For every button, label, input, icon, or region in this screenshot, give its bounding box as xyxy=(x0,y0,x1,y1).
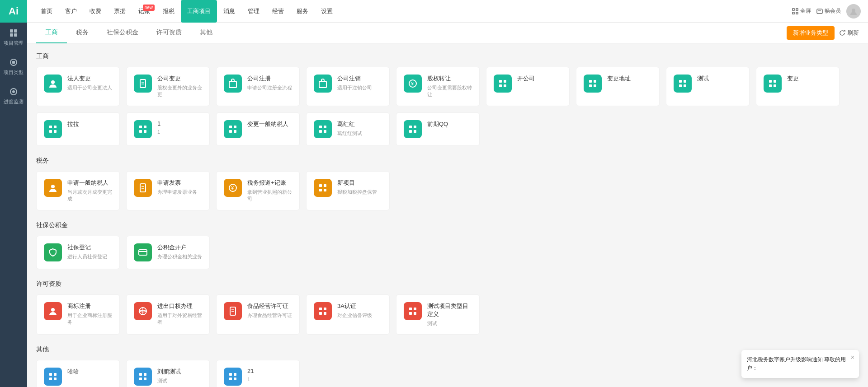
nav-tax[interactable]: 报税 xyxy=(156,0,181,23)
fullscreen-label: 全屏 xyxy=(800,7,811,15)
nav-bookkeeping[interactable]: 记账 new xyxy=(132,0,156,23)
card-tax-report-account[interactable]: ¥ 税务报道+记账 拿到营业执照的新公司 xyxy=(216,171,300,210)
svg-rect-11 xyxy=(796,12,798,14)
card-text-twenty-one: 21 1 xyxy=(247,368,292,383)
progress-monitor-icon xyxy=(9,87,19,97)
card-title-equity-transfer: 股权转让 xyxy=(427,75,472,83)
card-change[interactable]: 变更 xyxy=(756,67,840,106)
sidebar-item-project-manage[interactable]: 项目管理 xyxy=(0,23,27,52)
svg-point-14 xyxy=(852,9,855,12)
svg-rect-25 xyxy=(499,84,502,87)
card-liupeng-test[interactable]: 刘鹏测试 测试 xyxy=(126,360,210,387)
topnav: 首页 客户 收费 票据 记账 new 报税 工商项目 消息 管理 经营 服务 设… xyxy=(27,0,868,23)
svg-rect-12 xyxy=(817,9,822,14)
card-equity-transfer[interactable]: ¥ 股权转让 公司变更需要股权转让 xyxy=(396,67,480,106)
card-one[interactable]: 1 1 xyxy=(126,112,210,146)
card-3a-cert[interactable]: 3A认证 对企业信誉评级 xyxy=(306,294,390,335)
card-icon-food-license xyxy=(224,302,242,320)
refresh-label: 刷新 xyxy=(847,29,859,37)
nav-home[interactable]: 首页 xyxy=(34,0,59,23)
card-text-change-general: 变更一般纳税人 xyxy=(247,120,292,130)
nav-operation[interactable]: 经营 xyxy=(266,0,290,23)
nav-customer[interactable]: 客户 xyxy=(59,0,83,23)
topnav-right: 全屏 畅会员 xyxy=(792,4,861,19)
nav-billing[interactable]: 收费 xyxy=(83,0,108,23)
tab-social-fund[interactable]: 社保公积金 xyxy=(98,23,147,43)
card-company-cancel[interactable]: 公司注销 适用于注销公司 xyxy=(306,67,390,106)
card-desc-company-change: 股权变更外的业务变更 xyxy=(157,84,202,98)
card-fund-open[interactable]: 公积金开户 办理公积金相关业务 xyxy=(126,236,210,269)
svg-rect-84 xyxy=(414,312,416,315)
svg-rect-95 xyxy=(229,378,232,380)
card-apply-general[interactable]: 申请一般纳税人 当月或次月成变更完成 xyxy=(36,171,120,210)
social-cards-grid: 社保登记 进行人员社保登记 公积金开户 办理公积金相关业务 xyxy=(36,236,859,269)
card-legal-change[interactable]: 法人变更 适用于公司变更法人 xyxy=(36,67,120,106)
card-text-trademark: 商标注册 用于企业商标注册服务 xyxy=(67,302,112,326)
svg-rect-39 xyxy=(49,126,52,128)
member-btn[interactable]: 畅会员 xyxy=(816,7,841,15)
card-desc-company-register: 申请公司注册全流程 xyxy=(247,84,292,91)
card-lala[interactable]: 拉拉 xyxy=(36,112,120,146)
card-text-change-address: 变更地址 xyxy=(607,75,652,84)
other-cards-grid: 哈哈 刘鹏测试 测试 21 1 xyxy=(36,360,859,387)
card-qianqi-qq[interactable]: 前期QQ xyxy=(396,112,480,146)
card-haha[interactable]: 哈哈 xyxy=(36,360,120,387)
member-label: 畅会员 xyxy=(825,7,841,15)
refresh-button[interactable]: 刷新 xyxy=(839,29,859,37)
card-title-company-cancel: 公司注销 xyxy=(337,75,382,83)
card-change-general[interactable]: 变更一般纳税人 xyxy=(216,112,300,146)
card-twenty-one[interactable]: 21 1 xyxy=(216,360,300,387)
svg-rect-10 xyxy=(793,12,794,14)
nav-settings[interactable]: 设置 xyxy=(315,0,339,23)
card-icon-social-register xyxy=(44,243,62,261)
card-title-liupeng-test: 刘鹏测试 xyxy=(157,368,202,376)
card-icon-test-type xyxy=(404,302,422,320)
svg-rect-33 xyxy=(679,84,682,87)
card-food-license[interactable]: 食品经营许可证 办理食品经营许可证 xyxy=(216,294,300,335)
card-gehonghong[interactable]: 葛红红 葛红红测试 xyxy=(306,112,390,146)
svg-rect-60 xyxy=(140,184,146,192)
sidebar-item-progress-monitor[interactable]: 进度监测 xyxy=(0,81,27,111)
svg-rect-80 xyxy=(324,312,326,315)
card-new-project[interactable]: 新项目 报税加税控盘保管 xyxy=(306,171,390,210)
card-change-address[interactable]: 变更地址 xyxy=(576,67,660,106)
svg-rect-83 xyxy=(409,312,412,315)
card-desc-new-project: 报税加税控盘保管 xyxy=(337,189,382,196)
card-title-food-license: 食品经营许可证 xyxy=(247,302,292,310)
card-icon-twenty-one xyxy=(224,368,242,386)
card-apply-invoice[interactable]: 申请发票 办理申请发票业务 xyxy=(126,171,210,210)
notification-close-button[interactable]: × xyxy=(851,354,854,361)
tab-license[interactable]: 许可资质 xyxy=(147,23,191,43)
card-title-change-general: 变更一般纳税人 xyxy=(247,120,292,128)
tab-other[interactable]: 其他 xyxy=(191,23,222,43)
card-test-type[interactable]: 测试项目类型目定义 测试 xyxy=(396,294,480,335)
fullscreen-btn[interactable]: 全屏 xyxy=(792,7,811,15)
svg-rect-53 xyxy=(319,130,322,133)
card-company-change[interactable]: 公司变更 股权变更外的业务变更 xyxy=(126,67,210,106)
card-company-register[interactable]: 公司注册 申请公司注册全流程 xyxy=(216,67,300,106)
svg-rect-37 xyxy=(769,84,772,87)
sidebar-item-project-type[interactable]: 项目类型 xyxy=(0,52,27,81)
nav-message[interactable]: 消息 xyxy=(217,0,241,23)
card-title-3a-cert: 3A认证 xyxy=(337,302,382,310)
new-type-button[interactable]: 新增业务类型 xyxy=(787,26,835,40)
svg-rect-5 xyxy=(12,61,15,64)
card-text-social-register: 社保登记 进行人员社保登记 xyxy=(67,243,112,260)
nav-service[interactable]: 服务 xyxy=(290,0,315,23)
card-trademark[interactable]: 商标注册 用于企业商标注册服务 xyxy=(36,294,120,335)
card-social-register[interactable]: 社保登记 进行人员社保登记 xyxy=(36,236,120,269)
card-desc-fund-open: 办理公积金相关业务 xyxy=(157,253,202,260)
nav-industry[interactable]: 工商项目 xyxy=(181,0,217,23)
card-test[interactable]: 测试 xyxy=(666,67,750,106)
card-text-liupeng-test: 刘鹏测试 测试 xyxy=(157,368,202,384)
tab-tax[interactable]: 税务 xyxy=(67,23,98,43)
nav-ticket[interactable]: 票据 xyxy=(108,0,132,23)
avatar[interactable] xyxy=(846,4,861,19)
card-icon-trademark xyxy=(44,302,62,320)
sidebar-logo[interactable]: Ai xyxy=(0,0,27,23)
nav-manage[interactable]: 管理 xyxy=(241,0,266,23)
industry-cards-grid: 法人变更 适用于公司变更法人 公司变更 股权变更外的业务变更 公司注册 申请公司… xyxy=(36,67,859,146)
tab-industry[interactable]: 工商 xyxy=(36,23,67,43)
card-import-export[interactable]: 进出口权办理 适用于对外贸易经营者 xyxy=(126,294,210,335)
card-open-company[interactable]: 开公司 xyxy=(486,67,570,106)
